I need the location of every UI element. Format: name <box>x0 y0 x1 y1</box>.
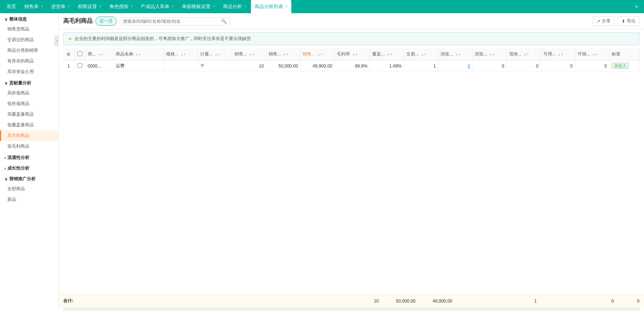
nav-analysis-list[interactable]: 商品分析列表 × <box>251 0 291 13</box>
row-browse2: 0 <box>472 61 507 72</box>
footer-transaction: 1 <box>504 299 537 304</box>
nav-role-auth[interactable]: 角色授权 × <box>106 0 137 13</box>
info-banner: ✦ 企业的主要的利润都是这部分商品创造的，可考虑加大推广，同时关注库存是不要出现… <box>63 32 640 45</box>
nav-close-role-auth[interactable]: × <box>131 0 133 13</box>
sidebar-item-high-value[interactable]: 高价值商品 <box>0 88 58 98</box>
row-tag: 高收入 <box>609 61 639 72</box>
nav-close-analysis-list[interactable]: × <box>285 0 288 13</box>
row-select-checkbox[interactable] <box>78 63 82 68</box>
sidebar-group-overall[interactable]: ∨ 整体信息 <box>0 13 58 24</box>
row-sales1: 10 <box>232 61 266 72</box>
table-header-row: ⚙ 商... ▲▼ 商品名称 ▲▼ <box>63 48 640 61</box>
nav-close-analysis[interactable]: × <box>244 0 247 13</box>
sidebar-item-category-sales-rate[interactable]: 商品分类助销率 <box>0 45 58 56</box>
col-tag[interactable]: 标签 <box>609 48 639 61</box>
col-name[interactable]: 商品名称 ▲▼ <box>114 48 164 61</box>
row-unit: 个 <box>198 61 232 72</box>
sort-icon-stock1: ▲▼ <box>524 53 529 56</box>
col-unit[interactable]: 计量... ▲▼ <box>198 48 232 61</box>
window-close-button[interactable]: × <box>632 4 641 10</box>
row-code[interactable]: 0000... <box>85 61 114 72</box>
sidebar-item-sales-goods[interactable]: 销售货商品 <box>0 24 58 35</box>
main-layout: « ∨ 整体信息 销售货商品 交易过的商品 商品分类助销率 有库存的商品 库存资… <box>0 13 644 311</box>
sidebar-item-low-coverage[interactable]: 低覆盖量商品 <box>0 120 58 130</box>
sidebar-collapse-button[interactable]: « <box>54 35 59 46</box>
sidebar-item-new-goods[interactable]: 新品 <box>0 194 58 205</box>
sidebar-item-high-margin[interactable]: 高毛利商品 <box>0 130 58 141</box>
nav-close-product-in[interactable]: × <box>172 0 174 13</box>
footer-sales1: 10 <box>357 299 379 304</box>
content-header: 高毛利商品 近一月 🔍 ↗ 分享 ⬇ 导出 <box>59 13 644 29</box>
col-code[interactable]: 商... ▲▼ <box>85 48 114 61</box>
export-button[interactable]: ⬇ 导出 <box>618 16 640 26</box>
row-checkbox[interactable] <box>74 61 85 72</box>
sidebar-group-liquidity[interactable]: › 流通性分析 <box>0 152 58 162</box>
footer-stock2: 0 <box>614 299 640 304</box>
sidebar-item-stocked-goods[interactable]: 有库存的商品 <box>0 56 58 66</box>
row-margin: 99.8% <box>335 61 370 72</box>
page-title: 高毛利商品 <box>63 17 93 25</box>
col-sales1[interactable]: 销售... ▲▼ <box>232 48 266 61</box>
sort-icon-stock2: ▲▼ <box>558 53 564 56</box>
row-browse1[interactable]: 0 <box>438 61 472 72</box>
sort-icon-spec: ▲▼ <box>180 53 186 56</box>
nav-close-permissions[interactable]: × <box>99 0 101 13</box>
col-stock1[interactable]: 现有... ▲▼ <box>507 48 541 61</box>
col-browse1[interactable]: 浏览... ▲▼ <box>438 48 472 61</box>
sidebar-item-stock-capital[interactable]: 库存资金占用 <box>0 66 58 77</box>
sidebar-item-all-goods[interactable]: 全部商品 <box>0 184 58 194</box>
col-margin[interactable]: 毛利率 ▲▼ <box>335 48 370 61</box>
col-stock2[interactable]: 可用... ▲▼ <box>541 48 575 61</box>
sidebar-group-contribution[interactable]: ∨ 贡献量分析 <box>0 77 58 88</box>
data-table: ⚙ 商... ▲▼ 商品名称 ▲▼ <box>63 48 640 72</box>
sort-icon-stock3: ▲▼ <box>592 53 598 56</box>
sidebar-group-marketing[interactable]: ∨ 营销推广分析 <box>0 173 58 184</box>
col-coverage[interactable]: 覆盖... ▲▼ <box>370 48 404 61</box>
row-transaction: 1 <box>404 61 438 72</box>
sidebar-item-low-value[interactable]: 低价值商品 <box>0 98 58 109</box>
content-area: 高毛利商品 近一月 🔍 ↗ 分享 ⬇ 导出 ✦ 企业的主要的利润都是这部分商品创… <box>59 13 644 311</box>
nav-home[interactable]: 首页 <box>3 0 20 13</box>
filter-recent-month[interactable]: 近一月 <box>96 17 117 26</box>
nav-template-settings[interactable]: 单据模板设置 × <box>178 0 219 13</box>
col-checkbox[interactable] <box>74 48 85 61</box>
nav-purchase-order[interactable]: 进货单 × <box>47 0 73 13</box>
export-icon: ⬇ <box>622 19 625 24</box>
sidebar-item-high-coverage[interactable]: 高覆盖量商品 <box>0 109 58 120</box>
sidebar-item-low-margin[interactable]: 低毛利商品 <box>0 141 58 152</box>
col-transaction[interactable]: 交易... ▲▼ <box>404 48 438 61</box>
sidebar-group-growth[interactable]: › 成长性分析 <box>0 162 58 173</box>
nav-close-sales-order[interactable]: × <box>41 0 43 13</box>
share-button[interactable]: ↗ 分享 <box>593 16 615 26</box>
nav-permissions[interactable]: 权限设置 × <box>74 0 105 13</box>
horizontal-scrollbar[interactable] <box>63 307 640 311</box>
col-stock3[interactable]: 可销... ▲▼ <box>575 48 609 61</box>
col-sales3[interactable]: 销售... ▲▼ <box>301 48 335 61</box>
col-sales2[interactable]: 销售... ▲▼ <box>266 48 301 61</box>
col-spec[interactable]: 规格... ▲▼ <box>163 48 198 61</box>
col-browse2[interactable]: 浏览... ▲▼ <box>472 48 507 61</box>
select-all-checkbox[interactable] <box>78 51 82 56</box>
sidebar-item-traded-goods[interactable]: 交易过的商品 <box>0 35 58 45</box>
nav-product-in[interactable]: 产成品入库单 × <box>137 0 177 13</box>
sort-icon-sales2: ▲▼ <box>283 53 289 56</box>
footer-label: 合计: <box>63 298 73 304</box>
info-icon: ✦ <box>68 36 72 42</box>
row-stock1: 0 <box>507 61 541 72</box>
sort-icon-sales3: ▲▼ <box>317 53 323 56</box>
col-settings[interactable]: ⚙ <box>63 48 74 61</box>
table-wrapper[interactable]: ⚙ 商... ▲▼ 商品名称 ▲▼ <box>59 48 644 294</box>
sort-icon-name: ▲▼ <box>136 53 141 56</box>
nav-sales-order[interactable]: 销售单 × <box>21 0 47 13</box>
table-row: 1 0000... 运费 个 10 50,000.00 49,900.00 99… <box>63 61 640 72</box>
tag-badge: 高收入 <box>612 63 629 69</box>
nav-close-purchase[interactable]: × <box>68 0 70 13</box>
footer-bar: 合计: 10 50,000.00 49,900.00 1 0 0 <box>59 294 644 307</box>
top-navigation: 首页 销售单 × 进货单 × 权限设置 × 角色授权 × 产成品入库单 × 单据… <box>0 0 644 13</box>
nav-product-analysis[interactable]: 商品分析 × <box>219 0 250 13</box>
row-stock2: 0 <box>541 61 575 72</box>
search-icon[interactable]: 🔍 <box>221 19 227 24</box>
nav-close-template[interactable]: × <box>213 0 215 13</box>
row-coverage: 1.49% <box>370 61 404 72</box>
search-input[interactable] <box>123 19 220 24</box>
